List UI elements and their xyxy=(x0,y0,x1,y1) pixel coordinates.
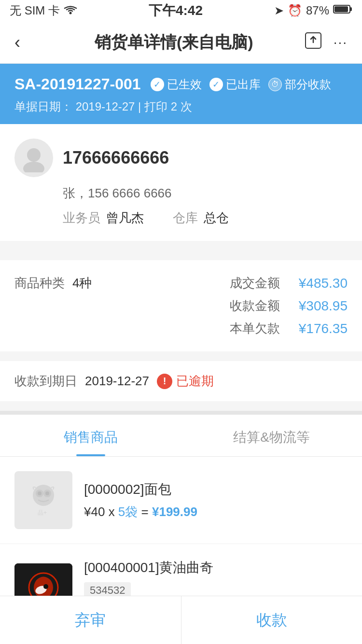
pay-amount-label: 收款金额 xyxy=(230,297,280,314)
cancel-audit-button[interactable]: 弃审 xyxy=(0,596,181,644)
nav-actions: ··· xyxy=(305,32,348,53)
product-name-1: [0000002]面包 xyxy=(84,480,348,499)
warehouse-info: 仓库 总仓 xyxy=(173,210,229,226)
warehouse-label: 仓库 xyxy=(173,210,198,226)
bottom-bar: 弃审 收款 xyxy=(0,596,362,644)
order-date: 2019-12-27 xyxy=(76,100,135,113)
badge-effective: ✓ 已生效 xyxy=(151,77,202,92)
tabs-section: 销售商品 结算&物流等 xyxy=(0,415,362,457)
collect-payment-button[interactable]: 收款 xyxy=(181,596,362,644)
avatar xyxy=(14,139,53,177)
print-label: | 打印 xyxy=(138,100,167,113)
svg-text:品+: 品+ xyxy=(38,509,47,516)
status-time: 下午4:42 xyxy=(149,1,203,20)
product-type-label: 商品种类 xyxy=(14,275,65,292)
overdue-text: 已逾期 xyxy=(176,373,214,390)
deal-amount-label: 成交金额 xyxy=(230,275,280,292)
check-icon-2: ✓ xyxy=(209,78,223,91)
svg-point-6 xyxy=(27,148,41,162)
tabs-row: 销售商品 结算&物流等 xyxy=(0,415,362,457)
badge-partial-label: 部分收款 xyxy=(285,77,331,92)
customer-name-phone: 张，156 6666 6666 xyxy=(63,185,348,202)
status-left: 无 SIM 卡 xyxy=(10,3,77,18)
deal-amount-row: 成交金额 ¥485.30 xyxy=(230,275,348,292)
product-name-2: [000400001]黄油曲奇 xyxy=(84,559,348,577)
status-bar: 无 SIM 卡 下午4:42 ➤ ⏰ 87% xyxy=(0,0,362,21)
sales-name: 曾凡杰 xyxy=(106,210,144,226)
more-button[interactable]: ··· xyxy=(334,35,348,50)
battery-level: 87% xyxy=(306,4,329,17)
alarm-icon: ⏰ xyxy=(288,4,302,17)
svg-point-0 xyxy=(70,12,72,14)
debt-amount-row: 本单欠款 ¥176.35 xyxy=(230,320,348,337)
tab-sales-goods[interactable]: 销售商品 xyxy=(0,415,181,456)
badge-effective-label: 已生效 xyxy=(167,77,202,92)
divider-1 xyxy=(0,251,362,260)
due-date: 2019-12-27 xyxy=(85,374,149,389)
share-button[interactable] xyxy=(305,32,322,53)
sales-info: 业务员 曾凡杰 xyxy=(63,210,144,226)
debt-amount-value: ¥176.35 xyxy=(290,321,348,336)
order-date-info: 单据日期： 2019-12-27 | 打印 2 次 xyxy=(14,99,348,114)
check-icon-1: ✓ xyxy=(151,78,164,91)
product-multiply-1: x xyxy=(109,504,118,519)
battery-icon xyxy=(333,4,352,17)
amount-info: 成交金额 ¥485.30 收款金额 ¥308.95 本单欠款 ¥176.35 xyxy=(230,275,348,337)
customer-meta: 业务员 曾凡杰 仓库 总仓 xyxy=(63,210,348,226)
product-info-1: [0000002]面包 ¥40 x 5袋 = ¥199.99 xyxy=(84,480,348,520)
badge-shipped-label: 已出库 xyxy=(226,77,261,92)
svg-point-12 xyxy=(45,491,49,495)
status-right: ➤ ⏰ 87% xyxy=(274,4,352,17)
divider-3 xyxy=(0,411,362,415)
deal-amount-value: ¥485.30 xyxy=(290,276,348,291)
svg-point-17 xyxy=(43,584,48,589)
svg-point-8 xyxy=(33,485,54,506)
date-label: 单据日期： xyxy=(14,100,72,113)
pay-amount-value: ¥308.95 xyxy=(290,298,348,314)
overdue-icon: ! xyxy=(157,374,172,389)
sim-label: 无 SIM 卡 xyxy=(10,3,60,18)
customer-section: 17666666666 张，156 6666 6666 业务员 曾凡杰 仓库 总… xyxy=(0,124,362,241)
product-type-info: 商品种类 4种 xyxy=(14,275,92,292)
overdue-badge: ! 已逾期 xyxy=(157,373,214,390)
nav-bar: ‹ 销货单详情(来自电脑) ··· xyxy=(0,21,362,64)
print-count: 2 次 xyxy=(171,100,192,113)
svg-rect-2 xyxy=(350,7,352,11)
tab-settlement[interactable]: 结算&物流等 xyxy=(181,415,362,456)
product-eq-1: = xyxy=(141,504,152,519)
warehouse-name: 总仓 xyxy=(204,210,229,226)
due-label: 收款到期日 xyxy=(14,373,77,390)
page-title: 销货单详情(来自电脑) xyxy=(43,31,305,54)
clock-icon: ⏱ xyxy=(268,78,282,91)
order-badges: ✓ 已生效 ✓ 已出库 ⏱ 部分收款 xyxy=(151,77,331,92)
product-price-1: ¥40 x 5袋 = ¥199.99 xyxy=(84,504,348,520)
stats-section: 商品种类 4种 成交金额 ¥485.30 收款金额 ¥308.95 本单欠款 ¥… xyxy=(0,260,362,351)
badge-shipped: ✓ 已出库 xyxy=(209,77,261,92)
sales-label: 业务员 xyxy=(63,210,100,226)
product-thumbnail-1: 品+ xyxy=(14,471,72,529)
back-button[interactable]: ‹ xyxy=(14,32,43,53)
location-icon: ➤ xyxy=(274,4,284,17)
pay-amount-row: 收款金额 ¥308.95 xyxy=(230,297,348,314)
due-date-section: 收款到期日 2019-12-27 ! 已逾期 xyxy=(0,361,362,401)
customer-id: 17666666666 xyxy=(63,148,169,168)
wifi-icon xyxy=(64,4,77,17)
product-base-price-1: ¥40 xyxy=(84,504,105,519)
badge-partial: ⏱ 部分收款 xyxy=(268,77,331,92)
svg-point-11 xyxy=(38,491,42,495)
debt-label: 本单欠款 xyxy=(230,320,280,337)
product-total-1: ¥199.99 xyxy=(152,504,197,519)
product-count: 4种 xyxy=(72,275,92,292)
svg-point-7 xyxy=(23,162,44,172)
table-row: 品+ [0000002]面包 ¥40 x 5袋 = ¥199.99 xyxy=(0,457,362,544)
divider-2 xyxy=(0,351,362,361)
svg-rect-3 xyxy=(334,6,348,12)
product-qty-1: 5袋 xyxy=(118,504,138,519)
order-id: SA-20191227-001 xyxy=(14,75,141,93)
order-header: SA-20191227-001 ✓ 已生效 ✓ 已出库 ⏱ 部分收款 单据日期：… xyxy=(0,64,362,124)
